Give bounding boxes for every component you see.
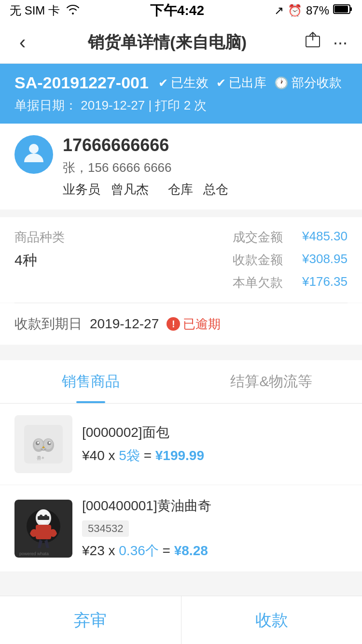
print-info: | 打印 2 次 <box>148 98 207 112</box>
status-bar: 无 SIM 卡 下午4:42 ↗ ⏰ 87% <box>0 0 362 21</box>
tab-bar: 销售商品 结算&物流等 <box>0 360 362 404</box>
status-shipped-label: 已出库 <box>229 74 266 91</box>
divider-2 <box>0 345 362 352</box>
due-section: 收款到期日 2019-12-27 ! 已逾期 <box>0 303 362 345</box>
tab-settlement[interactable]: 结算&物流等 <box>181 360 362 403</box>
salesperson-row: 业务员 曾凡杰 <box>63 181 149 198</box>
location-icon: ↗ <box>274 4 284 17</box>
share-icon[interactable] <box>304 31 321 53</box>
tab-sales-products[interactable]: 销售商品 <box>0 360 181 403</box>
bread-placeholder-icon: 兽+ <box>24 425 63 463</box>
received-label: 收款金额 <box>233 252 283 268</box>
svg-point-23 <box>44 515 47 518</box>
nav-bar: ‹ 销货单详情(来自电脑) ··· <box>0 21 362 64</box>
product-list: 兽+ [0000002]面包 ¥40 x 5袋 = ¥199.99 <box>0 404 362 572</box>
battery-text: 87% <box>306 4 329 17</box>
product-eq-1: = <box>144 448 155 463</box>
svg-text:powered whata: powered whata <box>19 551 49 556</box>
summary-section: 商品种类 4种 成交金额 ¥485.30 收款金额 ¥308.95 本单欠款 ¥… <box>0 217 362 303</box>
product-total-2: ¥8.28 <box>174 543 208 558</box>
product-sku-2: 534532 <box>82 520 129 537</box>
product-price-2: ¥23 x 0.36个 = ¥8.28 <box>82 542 348 560</box>
salesperson-value: 曾凡杰 <box>111 182 149 196</box>
svg-rect-21 <box>38 516 49 520</box>
status-badge-active: ✔ 已生效 <box>158 74 209 91</box>
svg-rect-2 <box>334 6 348 13</box>
customer-info: 17666666666 张，156 6666 6666 业务员 曾凡杰 仓库 总… <box>63 135 348 198</box>
summary-left: 商品种类 4种 <box>14 229 65 270</box>
product-qty-2: 0.36个 <box>119 543 159 558</box>
amount-value: ¥485.30 <box>302 229 348 246</box>
avatar-icon <box>22 140 46 169</box>
product-name-1: [0000002]面包 <box>82 423 348 442</box>
product-eq-2: = <box>163 543 174 558</box>
reject-label: 弃审 <box>74 609 107 631</box>
svg-point-12 <box>37 442 39 444</box>
bottom-bar: 弃审 收款 <box>0 596 362 644</box>
product-unit-price-2: ¥23 x <box>82 543 119 558</box>
status-left: 无 SIM 卡 <box>10 3 80 18</box>
clock-icon: 🕐 <box>274 76 289 90</box>
nav-right-icons: ··· <box>304 31 348 53</box>
order-date-row: 单据日期： 2019-12-27 | 打印 2 次 <box>14 97 348 114</box>
svg-rect-1 <box>350 7 352 11</box>
product-thumb-1: 兽+ <box>14 415 72 473</box>
due-date: 2019-12-27 <box>90 316 159 332</box>
warehouse-row: 仓库 总仓 <box>168 181 229 198</box>
svg-point-22 <box>40 515 42 518</box>
svg-point-4 <box>29 144 39 154</box>
customer-section: 17666666666 张，156 6666 6666 业务员 曾凡杰 仓库 总… <box>0 124 362 210</box>
back-button[interactable]: ‹ <box>14 27 30 58</box>
collect-button[interactable]: 收款 <box>181 596 362 644</box>
collect-label: 收款 <box>255 609 288 631</box>
date-label: 单据日期： <box>14 98 77 112</box>
page-title: 销货单详情(来自电脑) <box>88 31 247 54</box>
customer-name: 张，156 6666 6666 <box>63 159 348 176</box>
tab-settlement-label: 结算&物流等 <box>230 373 312 389</box>
check-icon-active: ✔ <box>158 76 168 90</box>
amount-label: 成交金额 <box>233 229 283 246</box>
received-value: ¥308.95 <box>302 252 348 268</box>
warehouse-label: 仓库 <box>168 182 193 196</box>
overdue-badge: ! 已逾期 <box>167 316 221 333</box>
overdue-dot-icon: ! <box>167 317 180 331</box>
status-badge-partial: 🕐 部分收款 <box>274 74 342 91</box>
check-icon-shipped: ✔ <box>216 76 226 90</box>
type-value: 4种 <box>14 251 65 270</box>
tab-sales-label: 销售商品 <box>62 373 120 389</box>
divider-1 <box>0 210 362 217</box>
product-thumb-2: powered whata <box>14 500 72 558</box>
svg-rect-19 <box>36 525 51 539</box>
customer-meta: 业务员 曾凡杰 仓库 总仓 <box>63 181 348 198</box>
warehouse-value: 总仓 <box>203 182 228 196</box>
status-badge-shipped: ✔ 已出库 <box>216 74 266 91</box>
summary-right: 成交金额 ¥485.30 收款金额 ¥308.95 本单欠款 ¥176.35 <box>233 229 348 291</box>
salesperson-label: 业务员 <box>63 182 100 196</box>
amount-row-2: 收款金额 ¥308.95 <box>233 252 348 268</box>
product-qty-1: 5袋 <box>119 448 140 463</box>
svg-text:兽+: 兽+ <box>37 455 44 461</box>
svg-point-13 <box>49 442 51 444</box>
order-status-badges: ✔ 已生效 ✔ 已出库 🕐 部分收款 <box>158 74 342 91</box>
customer-id: 17666666666 <box>63 135 348 155</box>
overdue-text: 已逾期 <box>183 316 221 333</box>
battery-icon <box>333 4 352 17</box>
product-price-1: ¥40 x 5袋 = ¥199.99 <box>82 447 348 465</box>
status-time: 下午4:42 <box>150 1 204 20</box>
product-total-1: ¥199.99 <box>155 448 204 463</box>
product-info-2: [000400001]黄油曲奇 534532 ¥23 x 0.36个 = ¥8.… <box>82 497 348 560</box>
reject-button[interactable]: 弃审 <box>0 596 181 644</box>
owed-label: 本单欠款 <box>233 274 283 291</box>
status-partial-label: 部分收款 <box>292 74 342 91</box>
no-sim-text: 无 SIM 卡 <box>10 3 60 18</box>
owed-value: ¥176.35 <box>302 274 348 291</box>
status-right: ↗ ⏰ 87% <box>274 4 352 17</box>
more-icon[interactable]: ··· <box>333 32 348 53</box>
amount-row-3: 本单欠款 ¥176.35 <box>233 274 348 291</box>
product-name-2: [000400001]黄油曲奇 <box>82 497 348 515</box>
product-item-2: powered whata [000400001]黄油曲奇 534532 ¥23… <box>0 485 362 572</box>
due-label: 收款到期日 <box>14 315 82 333</box>
order-date: 2019-12-27 <box>81 98 145 112</box>
status-active-label: 已生效 <box>171 74 209 91</box>
order-header: SA-20191227-001 ✔ 已生效 ✔ 已出库 🕐 部分收款 单据日期：… <box>0 64 362 124</box>
